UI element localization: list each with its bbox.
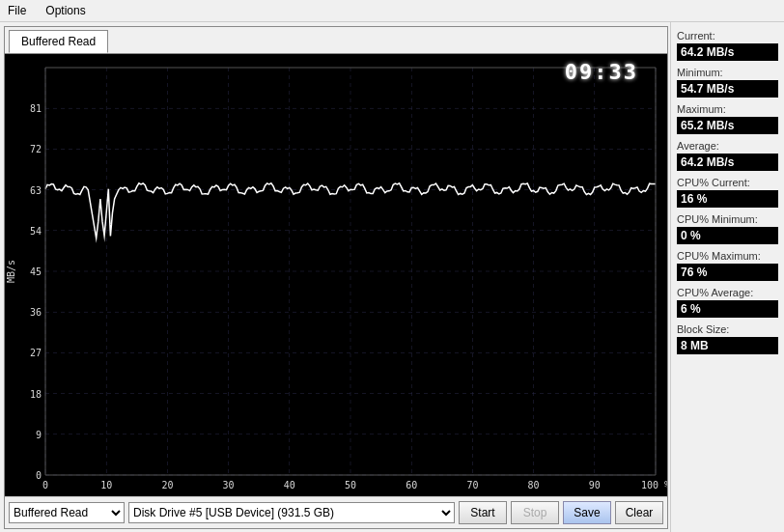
chart-canvas <box>5 54 667 496</box>
chart-container: 09:33 <box>5 54 667 496</box>
average-value: 64.2 MB/s <box>677 154 778 171</box>
left-panel: Buffered Read 09:33 Buffered Read Disk D… <box>4 26 668 529</box>
stop-button[interactable]: Stop <box>511 501 559 524</box>
cpu-minimum-label: CPU% Minimum: <box>677 213 778 225</box>
current-value: 64.2 MB/s <box>677 43 778 61</box>
cpu-maximum-value: 76 % <box>677 264 778 281</box>
block-size-label: Block Size: <box>677 323 778 335</box>
bottom-controls: Buffered Read Disk Drive #5 [USB Device]… <box>5 496 667 528</box>
test-type-dropdown[interactable]: Buffered Read <box>9 502 125 523</box>
block-size-value: 8 MB <box>677 337 778 354</box>
clear-button[interactable]: Clear <box>615 501 663 524</box>
timer-display: 09:33 <box>565 60 638 84</box>
cpu-maximum-label: CPU% Maximum: <box>677 250 778 262</box>
tab-buffered-read[interactable]: Buffered Read <box>9 30 108 53</box>
minimum-label: Minimum: <box>677 67 778 78</box>
main-container: Buffered Read 09:33 Buffered Read Disk D… <box>0 22 784 532</box>
drive-dropdown[interactable]: Disk Drive #5 [USB Device] (931.5 GB) <box>128 502 455 523</box>
cpu-average-label: CPU% Average: <box>677 287 778 298</box>
cpu-average-value: 6 % <box>677 300 778 318</box>
cpu-current-label: CPU% Current: <box>677 177 778 188</box>
current-label: Current: <box>677 30 778 42</box>
right-panel: Current: 64.2 MB/s Minimum: 54.7 MB/s Ma… <box>670 22 784 532</box>
maximum-value: 65.2 MB/s <box>677 117 778 134</box>
menu-bar: File Options <box>0 0 784 22</box>
menu-options[interactable]: Options <box>42 2 89 19</box>
maximum-label: Maximum: <box>677 103 778 115</box>
menu-file[interactable]: File <box>4 2 30 19</box>
save-button[interactable]: Save <box>563 501 611 524</box>
tab-strip: Buffered Read <box>5 27 667 54</box>
average-label: Average: <box>677 140 778 152</box>
start-button[interactable]: Start <box>459 501 507 524</box>
minimum-value: 54.7 MB/s <box>677 80 778 98</box>
cpu-current-value: 16 % <box>677 190 778 208</box>
cpu-minimum-value: 0 % <box>677 227 778 244</box>
